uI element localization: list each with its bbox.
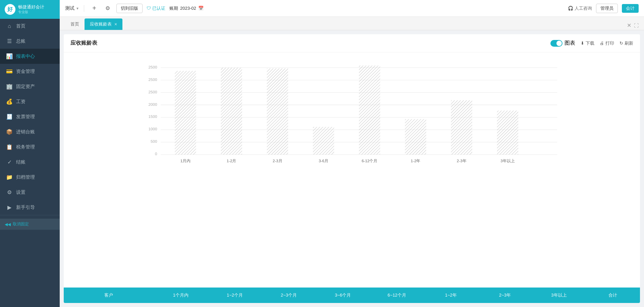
- table-header-5: 6~12个月: [370, 288, 424, 303]
- svg-text:1000: 1000: [149, 127, 157, 131]
- sidebar-item-label-capital: 资金管理: [16, 69, 35, 75]
- app-logo-icon: 好: [5, 4, 15, 15]
- sidebar-item-inventory[interactable]: 📦 进销台账: [0, 124, 60, 139]
- calendar-icon[interactable]: 📅: [198, 6, 204, 11]
- sidebar-item-report[interactable]: 📊 报表中心: [0, 49, 60, 64]
- headset-icon: 🎧: [568, 6, 573, 11]
- svg-text:2-3年: 2-3年: [457, 159, 467, 163]
- inventory-icon: 📦: [6, 129, 13, 135]
- sidebar-scroll: ⌂ 首页 ☰ 总账 📊 报表中心 💳 资金管理 🏢 固定资产 💰 工资 🧾 发票…: [0, 19, 60, 307]
- sidebar-item-guide[interactable]: ▶ 新手引导: [0, 200, 60, 215]
- download-icon: ⬇: [581, 41, 584, 46]
- company-selector[interactable]: 测试 ▾: [65, 5, 78, 11]
- closing-icon: ✓: [6, 159, 13, 165]
- table-header-9: 合计: [586, 288, 640, 303]
- sidebar-item-salary[interactable]: 💰 工资: [0, 94, 60, 109]
- home-icon: ⌂: [6, 23, 13, 29]
- chart-area: 2500 2500 2500 2000 1500 1000 500 0: [64, 52, 640, 288]
- sidebar-item-archive[interactable]: 📁 归档管理: [0, 170, 60, 185]
- sidebar-item-label-settings: 设置: [16, 189, 25, 195]
- role-button[interactable]: 会计: [622, 4, 639, 13]
- settings-icon[interactable]: ⚙: [103, 4, 112, 13]
- content-panel: 应收账龄表 图表 ⬇ 下载 🖨 打印 ↻: [64, 34, 640, 303]
- tab-accounts-aging[interactable]: 应收账龄表 ×: [85, 18, 122, 30]
- sidebar-item-label-inventory: 进销台账: [16, 129, 35, 135]
- print-icon: 🖨: [600, 41, 604, 46]
- print-button[interactable]: 🖨 打印: [600, 40, 614, 46]
- ledger-icon: ☰: [6, 38, 13, 44]
- pin-icon: ◀◀: [5, 222, 11, 227]
- sidebar-bottom: ◀◀ 取消固定: [0, 215, 60, 233]
- app-logo-text: 畅捷通好会计 专业版: [18, 4, 44, 15]
- svg-text:2000: 2000: [149, 102, 157, 106]
- sidebar-logo[interactable]: 好 畅捷通好会计 专业版: [0, 0, 60, 19]
- bar-1月内: [175, 71, 196, 155]
- bar-2-3年: [451, 100, 472, 155]
- bar-1-2年: [405, 119, 426, 155]
- capital-icon: 💳: [6, 68, 13, 75]
- tab-home[interactable]: 首页: [65, 18, 85, 30]
- svg-text:2500: 2500: [149, 77, 157, 82]
- svg-text:3-6月: 3-6月: [319, 159, 328, 163]
- sidebar-item-tax[interactable]: 📋 税务管理: [0, 139, 60, 155]
- customer-service-button[interactable]: 🎧 人工咨询: [568, 5, 592, 11]
- svg-text:2500: 2500: [149, 65, 157, 69]
- table-header-3: 2~3个月: [262, 288, 316, 303]
- salary-icon: 💰: [6, 98, 13, 105]
- svg-text:2-3月: 2-3月: [273, 159, 282, 163]
- content-header: 应收账龄表 图表 ⬇ 下载 🖨 打印 ↻: [64, 34, 640, 52]
- chart-toggle[interactable]: [550, 40, 562, 47]
- settings-icon: ⚙: [6, 189, 13, 195]
- sidebar-item-fixed[interactable]: 🏢 固定资产: [0, 79, 60, 94]
- chevron-down-icon: ▾: [76, 6, 78, 11]
- main-area: 测试 ▾ + ⚙ 切到旧版 🛡 已认证 账期 2023-02 📅 🎧 人工咨询 …: [60, 0, 644, 307]
- add-button[interactable]: +: [90, 4, 99, 13]
- table-header-0: 客户: [64, 288, 154, 303]
- sidebar-item-label-tax: 税务管理: [16, 144, 35, 150]
- tab-close-icon[interactable]: ×: [114, 21, 117, 27]
- sidebar-item-label-salary: 工资: [16, 99, 25, 105]
- sidebar-item-label-home: 首页: [16, 23, 25, 29]
- download-button[interactable]: ⬇ 下载: [581, 40, 594, 46]
- refresh-icon: ↻: [620, 41, 623, 46]
- sidebar-item-invoice[interactable]: 🧾 发票管理: [0, 109, 60, 124]
- bar-chart: 2500 2500 2500 2000 1500 1000 500 0: [70, 58, 633, 185]
- table-header-1: 1个月内: [154, 288, 208, 303]
- report-icon: 📊: [6, 53, 13, 59]
- svg-text:1-2年: 1-2年: [411, 159, 421, 163]
- company-name: 测试: [65, 5, 74, 11]
- svg-text:3年以上: 3年以上: [500, 159, 515, 163]
- chart-toggle-wrap: 图表: [550, 40, 575, 47]
- sidebar-item-capital[interactable]: 💳 资金管理: [0, 64, 60, 79]
- sidebar-item-ledger[interactable]: ☰ 总账: [0, 34, 60, 49]
- bar-3年以上: [497, 111, 518, 155]
- tax-icon: 📋: [6, 144, 13, 150]
- topbar-divider-1: [84, 5, 84, 12]
- page-title: 应收账龄表: [70, 40, 550, 47]
- bar-3-6月: [313, 127, 334, 155]
- fixed-icon: 🏢: [6, 83, 13, 90]
- table-header-8: 3年以上: [532, 288, 586, 303]
- bar-6-12月: [359, 65, 380, 155]
- shield-icon: 🛡: [147, 6, 151, 11]
- svg-text:6-12个月: 6-12个月: [362, 159, 377, 163]
- archive-icon: 📁: [6, 174, 13, 180]
- table-header-7: 2~3年: [478, 288, 532, 303]
- refresh-button[interactable]: ↻ 刷新: [620, 40, 633, 46]
- sidebar-item-home[interactable]: ⌂ 首页: [0, 19, 60, 34]
- window-expand-icon[interactable]: ⛶: [634, 23, 639, 28]
- svg-text:0: 0: [155, 151, 157, 156]
- user-button[interactable]: 管理员: [596, 4, 618, 13]
- switch-version-button[interactable]: 切到旧版: [116, 4, 143, 13]
- sidebar-item-closing[interactable]: ✓ 结账: [0, 155, 60, 170]
- sidebar-item-label-guide: 新手引导: [16, 205, 35, 211]
- table-header-6: 1~2年: [424, 288, 478, 303]
- sidebar-item-settings[interactable]: ⚙ 设置: [0, 185, 60, 200]
- window-close-icon[interactable]: ✕: [627, 22, 631, 29]
- content-actions: 图表 ⬇ 下载 🖨 打印 ↻ 刷新: [550, 40, 633, 47]
- invoice-icon: 🧾: [6, 114, 13, 120]
- svg-text:2500: 2500: [149, 90, 157, 94]
- cancel-fixed-button[interactable]: ◀◀ 取消固定: [0, 219, 60, 230]
- table-header-2: 1~2个月: [208, 288, 262, 303]
- sidebar-item-label-invoice: 发票管理: [16, 114, 35, 120]
